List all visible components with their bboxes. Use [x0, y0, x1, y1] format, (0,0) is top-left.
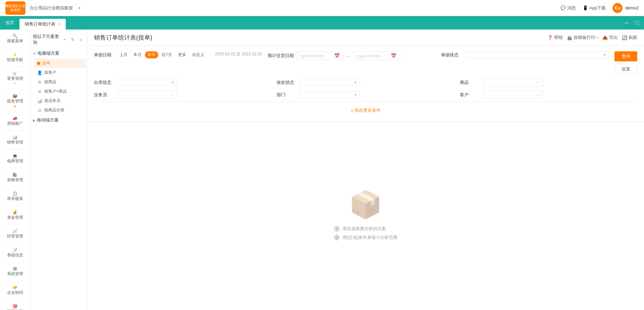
collapse-chevron-icon: ∧	[351, 109, 353, 112]
step-2-number: 2	[334, 235, 340, 241]
sidebar-item-wholesale[interactable]: 📦 批发管理 ▲	[0, 90, 30, 112]
calendar-start-icon: 📅	[334, 53, 340, 58]
scheme-item-by-staff-label: 按业务员	[44, 98, 60, 104]
step-1-number: 1	[334, 226, 340, 232]
app-download-button[interactable]: 📱 App下载	[583, 5, 606, 11]
print-icon: 🖨️	[567, 35, 572, 40]
app-dropdown-icon[interactable]: ▾	[78, 6, 80, 10]
collab-label: 企业协同	[1, 290, 29, 296]
sidebar-item-marketing[interactable]: 📣 营销推广	[0, 112, 30, 131]
sidebar-item-finance[interactable]: 💰 资金管理	[0, 206, 30, 225]
scheme-collapse-button[interactable]: «	[77, 36, 84, 43]
wholesale-arrow-icon: ▲	[1, 104, 29, 108]
date-end-placeholder: yyyy-mm-dd	[357, 53, 389, 58]
scheme-item-by-category-label: 按商品分类	[44, 107, 64, 113]
sidebar-item-search-menu[interactable]: 🔍 搜索菜单	[0, 30, 30, 48]
out-status-select[interactable]: ▾	[117, 79, 177, 86]
doc-status-select[interactable]: ▾	[464, 51, 609, 58]
sidebar-item-ecommerce[interactable]: 💻 电商管理	[0, 150, 30, 168]
collab-icon: 🤝	[1, 285, 29, 290]
scheme-item-by-cust-prod[interactable]: ⊞ 按客户+商品	[34, 87, 86, 96]
date-tab-last-month[interactable]: 上月	[117, 51, 130, 58]
collapse-label: 收起更多条件	[355, 107, 381, 113]
wholesale-label: 批发管理	[1, 98, 29, 104]
scheme-item-by-product[interactable]: ⊞ 按商品	[34, 78, 86, 87]
query-button[interactable]: 查询	[614, 51, 637, 61]
scheme-panel-title: 按以下方案查询	[33, 34, 60, 46]
message-icon: 💬	[560, 5, 566, 10]
sidebar-item-inventory[interactable]: 📋 库存核算	[0, 187, 30, 206]
basic-icon: 📝	[1, 248, 29, 252]
scheme-item-by-order[interactable]: 按单	[34, 59, 86, 68]
sidebar-item-quick-nav[interactable]: ⚡ 快捷导航	[0, 48, 30, 67]
sidebar-item-purchase[interactable]: 🛍️ 采购管理	[0, 168, 30, 187]
scheme-item-by-customer-label: 按客户	[44, 70, 56, 75]
date-end-input[interactable]: yyyy-mm-dd 📅	[353, 51, 400, 60]
doc-status-arrow-icon: ▾	[604, 53, 605, 57]
maximize-button[interactable]: □	[633, 19, 641, 27]
help-button[interactable]: ❓ 帮助	[547, 35, 563, 41]
refresh-button[interactable]: 🔄 刷新	[622, 35, 637, 41]
ecommerce-icon: 💻	[1, 154, 29, 158]
collapse-button[interactable]: ∧ 收起更多条件	[94, 105, 637, 116]
scheme-edit-button[interactable]: ✎	[69, 36, 76, 43]
tab-home[interactable]: 首页	[0, 16, 19, 30]
message-label: 消息	[567, 5, 576, 11]
scheme-add-button[interactable]: ＋	[61, 36, 68, 43]
main-content: 销售订单统计表(按单) ❓ 帮助 🖨️ 按模板打印 ▾ 📤 导出	[87, 30, 644, 310]
person-icon: 👤	[37, 70, 42, 75]
product-label: 商品	[460, 80, 480, 86]
scheme-group-desktop-header[interactable]: ▼ 电脑端方案	[30, 48, 87, 58]
avatar: Ea	[612, 3, 623, 13]
sidebar-item-sales[interactable]: 📊 销售管理	[0, 131, 30, 150]
help-label: 帮助	[554, 35, 563, 41]
scheme-item-by-order-label: 按单	[42, 60, 50, 66]
tab-active[interactable]: 销售订单统计表 ×	[19, 19, 66, 30]
scheme-item-by-product-label: 按商品	[44, 79, 56, 85]
tab-close-button[interactable]: ×	[58, 22, 60, 27]
export-button[interactable]: 📤 导出	[602, 35, 618, 41]
scheme-group-mobile-header[interactable]: ▶ 移动端方案	[30, 115, 87, 125]
date-tab-this-year[interactable]: 本年	[145, 51, 158, 58]
scheme-panel-icons: ＋ ✎ «	[61, 36, 84, 43]
minimize-button[interactable]: ─	[623, 19, 631, 27]
sidebar-item-system[interactable]: ⚙️ 系统管理	[0, 262, 30, 281]
customer-select[interactable]: ···	[483, 91, 543, 99]
step-2-text: 用[过滤]条件来缩小分析范围	[342, 235, 397, 241]
out-status-label: 出库状态	[94, 80, 114, 86]
marketing-label: 营销推广	[1, 121, 29, 126]
payment-status-select[interactable]: ▾	[300, 79, 360, 86]
operation-icon: 📈	[1, 229, 29, 234]
scheme-item-by-staff[interactable]: 📊 按业务员	[34, 96, 86, 105]
sidebar-item-retail[interactable]: 🛒 零售管理 ▼	[0, 67, 30, 90]
date-tab-last-7[interactable]: 近7天	[159, 51, 175, 58]
product-select[interactable]: ···	[483, 78, 543, 87]
filter-third-row: 业务员 ··· 部门 ▾	[94, 91, 637, 99]
department-select[interactable]: ▾	[300, 91, 360, 98]
sidebar-item-newbie[interactable]: 🎯 新手引导	[0, 300, 30, 310]
date-tab-this-month[interactable]: 本月	[131, 51, 144, 58]
scheme-item-by-customer[interactable]: 👤 按客户	[34, 68, 86, 77]
sidebar-item-collab[interactable]: 🤝 企业协同	[0, 281, 30, 300]
setting-button[interactable]: 设置	[614, 64, 637, 74]
scheme-item-by-category[interactable]: ⊟ 按商品分类	[34, 106, 86, 115]
sidebar-item-operation[interactable]: 📈 经营管理	[0, 225, 30, 244]
print-dropdown-icon[interactable]: ▾	[597, 36, 598, 40]
empty-step-2: 2 用[过滤]条件来缩小分析范围	[334, 235, 397, 241]
date-tab-custom[interactable]: 自定义	[190, 51, 207, 58]
main-layout: 🔍 搜索菜单 ⚡ 快捷导航 🛒 零售管理 ▼ 📦 批发管理 ▲ 📣 营销推广 📊…	[0, 30, 644, 310]
sidebar-item-basic[interactable]: 📝 基础信息	[0, 244, 30, 262]
date-tab-more[interactable]: 更多	[175, 51, 189, 58]
message-button[interactable]: 💬 消息	[560, 5, 576, 11]
department-label: 部门	[277, 92, 297, 98]
salesperson-select[interactable]: ···	[117, 91, 177, 99]
user-section[interactable]: Ea demo2	[612, 3, 639, 13]
date-start-input[interactable]: yyyy-mm-dd 📅	[297, 51, 343, 60]
staff-icon: 📊	[37, 99, 42, 103]
logo: 畅捷通好生意 标准版	[5, 1, 25, 15]
date-label: 单据日期	[94, 52, 114, 58]
empty-step-1: 1 请先选择要分析的方案	[334, 226, 397, 232]
empty-state-icon: 📦	[349, 189, 382, 220]
date-start-placeholder: yyyy-mm-dd	[300, 53, 332, 58]
print-button[interactable]: 🖨️ 按模板打印 ▾	[567, 35, 598, 41]
